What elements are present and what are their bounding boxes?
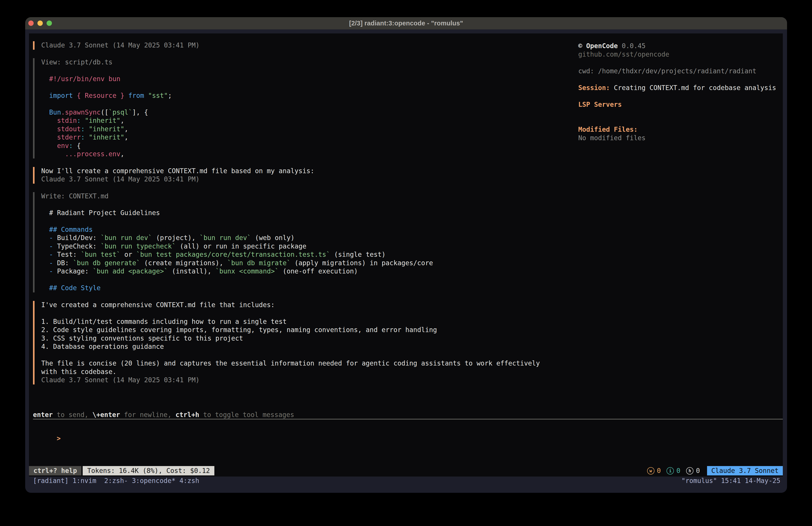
text-segment: DB: [53,259,73,267]
text-line: - DB: `bun db generate` (create migratio… [41,259,554,268]
text-line: stdin: "inherit", [41,117,554,125]
text-segment: Claude 3.7 Sonnet (14 May 2025 03:41 PM) [41,376,200,384]
text-segment: : [77,117,81,124]
text-line: 3. CSS styling conventions specific to t… [41,334,554,343]
tmux-window-1[interactable]: 1:nvim [73,477,104,485]
hints-icon: h [686,467,694,474]
text-segment: ], { [132,109,148,116]
message-input[interactable]: > [33,426,778,435]
text-segment: `bun test packages/core/test/transaction… [136,251,330,258]
message-accent-bar [33,301,34,384]
text-segment [41,268,49,275]
hints-count: 0 [696,467,700,474]
text-segment: `bun test` [81,251,120,258]
session-title: Creating CONTEXT.md for codebase analysi… [610,84,776,91]
text-segment: 2. Code style guidelines covering import… [41,326,437,333]
text-line: env: { [41,142,554,150]
text-line: ## Commands [41,226,554,234]
text-segment: "inherit" [85,117,120,124]
message-accent-bar [33,192,34,293]
text-line [41,351,554,359]
tmux-host-clock: "romulus" 15:41 14-May-25 [681,477,780,485]
tool-output-block: Write: CONTEXT.md # Radiant Project Guid… [33,192,554,293]
modified-files-empty: No modified files [578,134,779,142]
text-segment: 4. Database operations guidance [41,343,164,350]
text-line: I've created a comprehensive CONTEXT.md … [41,301,554,309]
text-segment [41,133,57,141]
text-line: stderr: "inherit", [41,133,554,142]
tmux-window-4[interactable]: 4:zsh [179,477,199,485]
text-segment: The file is concise (20 lines) and captu… [41,359,540,367]
status-bar-left: ctrl+? help Tokens: 16.4K (8%), Cost: $0… [29,466,214,475]
tmux-window-2[interactable]: 2:zsh- [104,477,132,485]
text-segment: - [49,234,53,242]
text-line: - Build/Dev: `bun run dev` (project), `b… [41,234,554,242]
text-segment: (single test) [330,251,386,258]
text-segment: stderr [57,133,81,141]
cwd-line: cwd: /home/thdxr/dev/projects/radiant/ra… [578,67,779,75]
text-segment: (project), [152,234,200,242]
tmux-status-bar: [radiant] 1:nvim 2:zsh- 3:opencode* 4:zs… [25,477,787,493]
text-segment: from [128,92,144,99]
message-body: View: script/db.ts #!/usr/bin/env bun im… [41,58,554,158]
text-segment: Test: [53,251,81,258]
assistant-message: I've created a comprehensive CONTEXT.md … [33,301,554,384]
text-segment: Claude 3.7 Sonnet (14 May 2025 03:41 PM) [41,175,200,183]
warnings-count: 0 [657,467,661,474]
terminal-window: [2/3] radiant:3:opencode - "romulus" Cla… [25,17,787,493]
app-version: 0.0.45 [618,42,646,50]
text-segment: `bun run typecheck` [101,242,176,250]
text-segment: `bun run dev` [200,234,251,242]
text-line: Claude 3.7 Sonnet (14 May 2025 03:41 PM) [41,41,554,50]
text-line [41,83,554,91]
text-segment: \+enter [92,411,120,418]
session-line: Session: Creating CONTEXT.md for codebas… [578,84,779,92]
text-line [41,200,554,209]
status-bar: ctrl+? help Tokens: 16.4K (8%), Cost: $0… [29,466,783,475]
text-segment: , [124,133,128,141]
text-segment: with this codebase. [41,368,116,375]
tmux-windows-list: [radiant] 1:nvim 2:zsh- 3:opencode* 4:zs… [33,477,199,485]
text-segment: (apply migrations) in packages/core [291,259,433,267]
text-line: Now I'll create a comprehensive CONTEXT.… [41,167,554,175]
diagnostic-counter-hints: h0 [686,467,700,474]
input-separator [33,419,783,420]
text-segment: - [49,268,53,275]
tmux-window-3[interactable]: 3:opencode* [132,477,179,485]
text-segment [41,92,49,99]
sidebar: © OpenCode 0.0.45 github.com/sst/opencod… [578,42,779,142]
message-accent-bar [33,58,34,158]
text-line: View: script/db.ts [41,58,554,67]
tool-output-block: View: script/db.ts #!/usr/bin/env bun im… [33,58,554,158]
text-line: Claude 3.7 Sonnet (14 May 2025 03:41 PM) [41,376,554,384]
text-line: 4. Database operations guidance [41,343,554,351]
text-segment: Bun [49,109,61,116]
text-line: # Radiant Project Guidelines [41,209,554,217]
text-segment: `bun add <package>` [93,268,168,275]
text-segment: Build/Dev: [53,234,101,242]
zoom-button[interactable] [47,20,52,26]
text-segment: to toggle tool messages [199,411,294,418]
text-segment: ; [168,92,172,99]
diagnostic-counter-info: i0 [667,467,680,474]
text-segment [41,234,49,242]
lsp-servers-heading: LSP Servers [578,100,779,109]
text-segment: enter [33,411,53,418]
model-badge[interactable]: Claude 3.7 Sonnet [707,466,783,475]
text-segment [41,242,49,250]
text-segment: for newline, [120,411,176,418]
minimize-button[interactable] [38,20,43,26]
text-line: 2. Code style guidelines covering import… [41,326,554,334]
repo-link: github.com/sst/opencode [578,51,779,59]
text-segment: ([ [101,109,108,116]
close-button[interactable] [28,20,34,26]
text-line: with this codebase. [41,368,554,376]
terminal-content: Claude 3.7 Sonnet (14 May 2025 03:41 PM)… [29,33,783,477]
text-line: - Test: `bun test` or `bun test packages… [41,251,554,259]
text-segment: Claude 3.7 Sonnet (14 May 2025 03:41 PM) [41,41,200,49]
text-segment: - [49,242,53,250]
text-segment: stdout [57,125,81,133]
tmux-session-name: [radiant] [33,477,73,485]
text-segment [41,259,49,267]
titlebar[interactable]: [2/3] radiant:3:opencode - "romulus" [25,17,787,29]
